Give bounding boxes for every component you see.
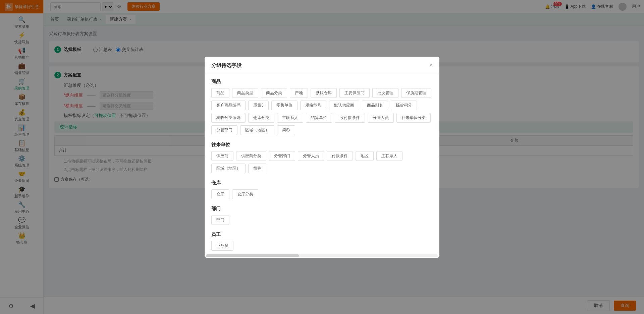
- field-chip-0-18[interactable]: 结算单位: [306, 113, 332, 123]
- field-group-title-2: 仓库: [211, 180, 433, 186]
- field-group-title-0: 商品: [211, 79, 433, 85]
- field-chip-0-4[interactable]: 默认仓库: [311, 88, 337, 98]
- modal-close-btn[interactable]: ×: [429, 62, 433, 69]
- modal-title: 分组待选字段: [211, 62, 241, 69]
- field-group-0: 商品商品商品类型商品分类产地默认仓库主要供应商批次管理保质期管理客户商品编码重量…: [211, 79, 433, 135]
- field-chip-0-5[interactable]: 主要供应商: [339, 88, 370, 98]
- field-chip-0-23[interactable]: 区域（地区）: [240, 125, 274, 135]
- field-chip-0-2[interactable]: 商品分类: [261, 88, 287, 98]
- field-chips-2: 仓库仓库分类: [211, 189, 433, 199]
- hscroll-thumb: [206, 254, 299, 257]
- field-chip-1-6[interactable]: 主联系人: [376, 151, 402, 161]
- field-chip-0-16[interactable]: 仓库分类: [248, 113, 274, 123]
- field-group-title-1: 往来单位: [211, 142, 433, 148]
- field-chip-2-1[interactable]: 仓库分类: [232, 189, 258, 199]
- field-group-1: 往来单位供应商供应商分类分管部门分管人员付款条件地区主联系人区域（地区）简称: [211, 142, 433, 173]
- field-chip-0-14[interactable]: 拣货积分: [391, 101, 417, 110]
- field-chip-0-1[interactable]: 商品类型: [232, 88, 258, 98]
- modal-header: 分组待选字段 ×: [205, 57, 439, 73]
- field-chip-1-0[interactable]: 供应商: [211, 151, 233, 161]
- field-chip-0-8[interactable]: 客户商品编码: [211, 101, 246, 110]
- field-chip-0-20[interactable]: 分管人员: [368, 113, 394, 123]
- field-chip-1-7[interactable]: 区域（地区）: [211, 164, 246, 173]
- field-chip-0-3[interactable]: 产地: [290, 88, 308, 98]
- field-chips-1: 供应商供应商分类分管部门分管人员付款条件地区主联系人区域（地区）简称: [211, 151, 433, 173]
- field-chips-0: 商品商品类型商品分类产地默认仓库主要供应商批次管理保质期管理客户商品编码重量3零…: [211, 88, 433, 135]
- field-chip-1-4[interactable]: 付款条件: [327, 151, 353, 161]
- field-select-modal: 分组待选字段 × 商品商品商品类型商品分类产地默认仓库主要供应商批次管理保质期管…: [205, 57, 439, 258]
- field-chip-1-3[interactable]: 分管人员: [298, 151, 324, 161]
- field-chip-0-17[interactable]: 主联系人: [277, 113, 303, 123]
- field-group-4: 员工业务员: [211, 232, 433, 251]
- field-chip-0-0[interactable]: 商品: [211, 88, 229, 98]
- field-chip-0-21[interactable]: 往来单位分类: [396, 113, 431, 123]
- field-chip-1-5[interactable]: 地区: [356, 151, 374, 161]
- field-chip-0-22[interactable]: 分管部门: [211, 125, 237, 135]
- field-group-title-4: 员工: [211, 232, 433, 238]
- field-chip-1-1[interactable]: 供应商分类: [236, 151, 266, 161]
- field-chip-0-12[interactable]: 默认供应商: [329, 101, 359, 110]
- field-chip-4-0[interactable]: 业务员: [211, 241, 233, 251]
- field-chip-3-0[interactable]: 部门: [211, 215, 229, 225]
- modal-body: 商品商品商品类型商品分类产地默认仓库主要供应商批次管理保质期管理客户商品编码重量…: [205, 73, 439, 254]
- field-chip-0-7[interactable]: 保质期管理: [401, 88, 431, 98]
- field-chip-0-11[interactable]: 规格型号: [300, 101, 326, 110]
- field-chip-0-10[interactable]: 零售单位: [271, 101, 298, 110]
- field-chip-2-0[interactable]: 仓库: [211, 189, 229, 199]
- field-chip-0-15[interactable]: 税收分类编码: [211, 113, 246, 123]
- field-chip-1-8[interactable]: 简称: [248, 164, 266, 173]
- field-group-3: 部门部门: [211, 206, 433, 225]
- field-chips-3: 部门: [211, 215, 433, 225]
- modal-overlay: 分组待选字段 × 商品商品商品类型商品分类产地默认仓库主要供应商批次管理保质期管…: [0, 0, 644, 314]
- field-chip-0-19[interactable]: 收付款条件: [335, 113, 365, 123]
- field-chips-4: 业务员: [211, 241, 433, 251]
- modal-hscrollbar[interactable]: [205, 254, 439, 258]
- field-chip-0-13[interactable]: 商品别名: [362, 101, 388, 110]
- field-group-title-3: 部门: [211, 206, 433, 212]
- field-chip-1-2[interactable]: 分管部门: [269, 151, 295, 161]
- field-chip-0-9[interactable]: 重量3: [248, 101, 269, 110]
- field-chip-0-6[interactable]: 批次管理: [372, 88, 398, 98]
- field-group-2: 仓库仓库仓库分类: [211, 180, 433, 199]
- field-chip-0-24[interactable]: 简称: [277, 125, 295, 135]
- hscroll-track: [206, 254, 438, 257]
